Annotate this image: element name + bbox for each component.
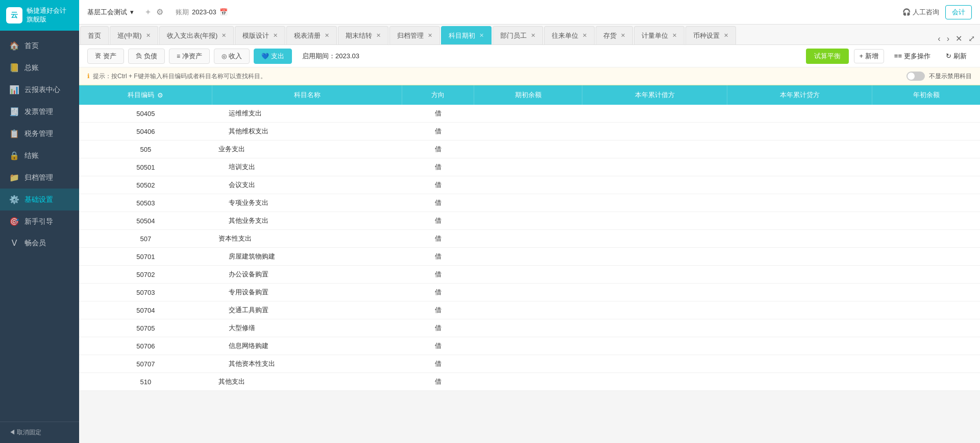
sidebar-logo: 云 畅捷通好会计 旗舰版 (0, 0, 79, 31)
tip-icon: ℹ (87, 73, 90, 80)
table-row: 505 业务支出 借 (79, 141, 980, 158)
tab-期末结转[interactable]: 期末结转✕ (338, 26, 388, 44)
project-selector[interactable]: 基层工会测试 ▾ (87, 8, 134, 17)
sidebar-nav: 🏠首页📒总账📊云报表中心🧾发票管理📋税务管理🔒结账📁归档管理⚙️基础设置🎯新手引… (0, 31, 79, 422)
tab-expand-btn[interactable]: ⤢ (966, 33, 977, 44)
gear-icon[interactable]: ⚙ (157, 91, 163, 99)
tab-close-btn[interactable]: ✕ (953, 33, 964, 44)
table-row: 50501 培训支出 借 (79, 158, 980, 176)
subtab-period: 启用期间：2023.03 (302, 52, 359, 61)
tab-巡(中期)[interactable]: 巡(中期)✕ (110, 26, 158, 44)
table-row: 50706 信息网络购建 借 (79, 337, 980, 355)
balance-btn[interactable]: 试算平衡 (806, 49, 849, 64)
toggle-knob (908, 73, 915, 80)
period-display: 账期 2023-03 📅 (176, 8, 228, 17)
project-name: 基层工会测试 (87, 8, 127, 17)
tab-nav-btns: ‹ › ✕ ⤢ (933, 33, 980, 44)
tab-close[interactable]: ✕ (273, 32, 278, 39)
table-row: 50502 会议支出 借 (79, 176, 980, 194)
table-row: 50701 房屋建筑物购建 借 (79, 248, 980, 266)
th-opening-balance: 期初余额 (474, 85, 582, 105)
sidebar-item-archive[interactable]: 📁归档管理 (0, 167, 79, 189)
calendar-icon[interactable]: 📅 (219, 8, 228, 16)
tab-计量单位[interactable]: 计量单位✕ (634, 26, 684, 44)
subtab-负债[interactable]: 负负债 (128, 49, 165, 64)
tab-收入支出表(年报)[interactable]: 收入支出表(年报)✕ (159, 26, 234, 44)
table-row: 50405 运维维支出 借 (79, 105, 980, 123)
tip-bar: ℹ 提示：按Ctrl + F键并输入科目编码或者科目名称可以查找科目。 不显示禁… (79, 67, 980, 85)
subtab-支出[interactable]: 💙支出 (254, 49, 292, 64)
tab-next-btn[interactable]: › (945, 33, 951, 44)
refresh-btn[interactable]: ↻ 刷新 (941, 50, 972, 63)
subtab-bar: 资资产负负债≡净资产◎收入💙支出启用期间：2023.03 试算平衡 + 新增 ≡… (79, 45, 980, 67)
customer-service-btn[interactable]: 🎧 人工咨询 (902, 8, 939, 17)
subtab-资产[interactable]: 资资产 (87, 49, 124, 64)
tab-close[interactable]: ✕ (531, 32, 535, 39)
tab-归档管理[interactable]: 归档管理✕ (389, 26, 440, 44)
sidebar-item-closing[interactable]: 🔒结账 (0, 145, 79, 167)
th-code: 科目编码 ⚙ (79, 85, 212, 105)
tab-部门员工[interactable]: 部门员工✕ (493, 26, 543, 44)
th-ytd-debit: 本年累计借方 (582, 85, 727, 105)
table-wrapper: 科目编码 ⚙ 科目名称 方向 期初余额 本年累计借方 本年累计贷方 年初余额 5… (79, 85, 980, 443)
invoice-icon: 🧾 (9, 107, 19, 116)
table-row: 507 资本性支出 借 (79, 230, 980, 248)
tab-close[interactable]: ✕ (146, 32, 151, 39)
add-icon[interactable]: ＋ (144, 7, 152, 17)
tab-close[interactable]: ✕ (428, 32, 432, 39)
sidebar-item-tax[interactable]: 📋税务管理 (0, 123, 79, 145)
tab-close[interactable]: ✕ (222, 32, 226, 39)
dropdown-icon: ▾ (130, 8, 134, 16)
table-row: 50702 办公设备购置 借 (79, 266, 980, 284)
topbar: 基层工会测试 ▾ ＋ ⚙ 账期 2023-03 📅 🎧 人工咨询 会计 (79, 0, 980, 25)
tab-close[interactable]: ✕ (479, 32, 484, 39)
headset-icon: 🎧 (902, 8, 911, 16)
sidebar-item-invoice[interactable]: 🧾发票管理 (0, 101, 79, 123)
th-name: 科目名称 (212, 85, 402, 105)
period-value: 2023-03 (192, 8, 216, 16)
tax-icon: 📋 (9, 129, 19, 138)
subtab-收入[interactable]: ◎收入 (214, 49, 250, 64)
sidebar-item-home[interactable]: 🏠首页 (0, 35, 79, 57)
sidebar-item-ledger[interactable]: 📒总账 (0, 57, 79, 79)
settings-icon[interactable]: ⚙ (156, 7, 163, 17)
sidebar-item-reports[interactable]: 📊云报表中心 (0, 79, 79, 101)
table-row: 50503 专项业务支出 借 (79, 194, 980, 212)
add-btn[interactable]: + 新增 (854, 49, 884, 63)
subtab-actions: 试算平衡 + 新增 ≡≡ 更多操作 ↻ 刷新 (806, 49, 972, 64)
tab-close[interactable]: ✕ (325, 32, 329, 39)
tab-存货[interactable]: 存货✕ (596, 26, 633, 44)
sidebar-item-settings[interactable]: ⚙️基础设置 (0, 189, 79, 211)
sidebar-item-guide[interactable]: 🎯新手引导 (0, 211, 79, 232)
tab-科目期初[interactable]: 科目期初✕ (441, 26, 492, 44)
tab-close[interactable]: ✕ (621, 32, 625, 39)
tab-税表清册[interactable]: 税表清册✕ (286, 26, 337, 44)
tab-prev-btn[interactable]: ‹ (936, 33, 942, 44)
tab-币种设置[interactable]: 币种设置✕ (685, 26, 736, 44)
tab-bar: 首页巡(中期)✕收入支出表(年报)✕模版设计✕税表清册✕期末结转✕归档管理✕科目… (79, 25, 980, 45)
toggle-area: 不显示禁用科目 (906, 72, 972, 81)
tab-close[interactable]: ✕ (724, 32, 728, 39)
tab-往来单位[interactable]: 往来单位✕ (544, 26, 595, 44)
accountant-btn[interactable]: 会计 (945, 5, 972, 19)
subtab-净资产[interactable]: ≡净资产 (169, 49, 210, 64)
topbar-right: 🎧 人工咨询 会计 (902, 5, 972, 19)
tab-close[interactable]: ✕ (672, 32, 677, 39)
tab-close[interactable]: ✕ (582, 32, 587, 39)
table-row: 50406 其他维权支出 借 (79, 123, 980, 141)
app-logo-icon: 云 (6, 7, 22, 24)
more-btn[interactable]: ≡≡ 更多操作 (889, 50, 936, 63)
guide-icon: 🎯 (9, 217, 19, 226)
tab-模版设计[interactable]: 模版设计✕ (235, 26, 285, 44)
accounts-table: 科目编码 ⚙ 科目名称 方向 期初余额 本年累计借方 本年累计贷方 年初余额 5… (79, 85, 980, 391)
tip-text: ℹ 提示：按Ctrl + F键并输入科目编码或者科目名称可以查找科目。 (87, 72, 266, 81)
home-icon: 🏠 (9, 41, 19, 51)
table-row: 50705 大型修缮 借 (79, 319, 980, 337)
sidebar-item-member[interactable]: V畅会员 (0, 232, 79, 254)
tab-首页[interactable]: 首页 (80, 26, 109, 44)
refresh-icon: ↻ (946, 52, 951, 60)
sidebar-collapse-btn[interactable]: ◀ 取消固定 (0, 422, 79, 443)
tab-close[interactable]: ✕ (376, 32, 381, 39)
member-icon: V (9, 239, 19, 248)
disabled-toggle[interactable] (906, 72, 925, 81)
